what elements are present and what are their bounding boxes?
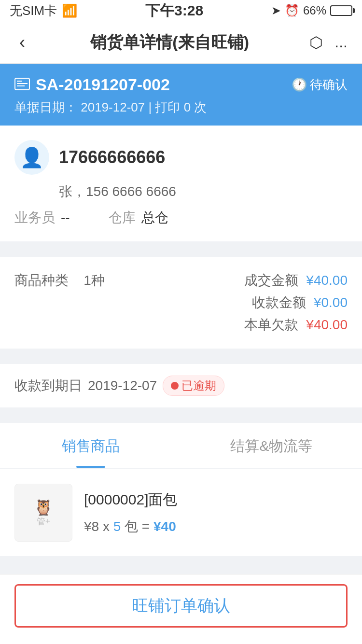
location-icon: ➤ [271,4,281,17]
status-text: 待确认 [310,76,348,93]
product-logo-icon: 🦉 管+ [34,500,53,526]
product-type-label: 商品种类 [14,273,69,288]
equals-sign: = [142,519,153,534]
divider-2 [0,356,362,364]
product-type-row: 商品种类 1种 [14,271,105,290]
collected-value: ¥0.00 [314,295,348,310]
unit-price: ¥8 [84,519,99,534]
nav-bar: ‹ 销货单详情(来自旺铺) ⬡ ... [0,21,362,64]
svg-rect-1 [17,81,22,82]
battery-icon [330,5,352,16]
page-title: 销货单详情(来自旺铺) [90,31,249,54]
tab-products[interactable]: 销售商品 [0,423,181,468]
order-status-badge: 🕐 待确认 [292,76,348,93]
deal-amount-value: ¥40.00 [306,273,348,288]
product-thumbnail: 🦉 管+ [14,484,72,542]
svg-rect-3 [17,85,25,86]
customer-name: 张，156 6666 6666 [14,182,348,201]
product-name: [0000002]面包 [84,490,348,510]
tabs-section: 销售商品 结算&物流等 [0,423,362,468]
product-list: 🦉 管+ [0000002]面包 ¥8 x 5 包 = ¥40 [0,469,362,556]
deal-amount-row: 成交金额 ¥40.00 [244,271,348,290]
divider-3 [0,415,362,423]
multiply-sign: x [103,519,113,534]
due-date-section: 收款到期日 2019-12-07 已逾期 [0,364,362,407]
product-item: 🦉 管+ [0000002]面包 ¥8 x 5 包 = ¥40 [14,484,348,542]
time-display: 下午3:28 [145,1,203,21]
svg-rect-2 [17,83,28,84]
product-details: [0000002]面包 ¥8 x 5 包 = ¥40 [84,490,348,536]
collected-label: 收款金额 [252,294,306,312]
divider-1 [0,249,362,257]
status-right: ➤ ⏰ 66% [271,4,352,17]
total-price: ¥40 [153,519,176,534]
confirm-order-button[interactable]: 旺铺订单确认 [14,584,348,628]
nav-actions: ⬡ ... [309,33,348,52]
customer-phone: 17666666666 [59,147,165,168]
order-icon [14,75,30,94]
battery-percent: 66% [303,4,326,17]
status-bar: 无SIM卡 📶 下午3:28 ➤ ⏰ 66% [0,0,362,21]
product-price-row: ¥8 x 5 包 = ¥40 [84,518,348,536]
quantity: 5 [113,519,121,534]
unit: 包 [125,519,138,534]
avatar: 👤 [14,140,49,175]
order-id: SA-20191207-002 [14,75,170,94]
sales-meta: 业务员 -- [14,209,70,227]
product-type-value: 1种 [84,273,105,288]
more-button[interactable]: ... [334,33,348,51]
order-date-line: 单据日期： 2019-12-07 | 打印 0 次 [14,99,348,116]
alarm-icon: ⏰ [285,4,299,17]
status-left: 无SIM卡 📶 [10,2,77,19]
carrier-text: 无SIM卡 [10,2,57,19]
owed-row: 本单欠款 ¥40.00 [244,316,348,334]
overdue-badge: 已逾期 [163,376,224,396]
owed-value: ¥40.00 [306,317,348,333]
back-button[interactable]: ‹ [14,28,30,57]
due-date-label: 收款到期日 [14,377,82,395]
overdue-dot-icon [171,382,179,390]
avatar-icon: 👤 [20,146,44,169]
share-button[interactable]: ⬡ [309,33,323,52]
sales-label: 业务员 [14,209,55,227]
owed-label: 本单欠款 [244,316,298,334]
warehouse-meta: 仓库 总仓 [109,209,168,227]
tab-settlement[interactable]: 结算&物流等 [181,423,362,468]
collected-row: 收款金额 ¥0.00 [252,294,348,312]
deal-amount-label: 成交金额 [244,271,298,290]
order-header-card: SA-20191207-002 🕐 待确认 单据日期： 2019-12-07 |… [0,64,362,126]
due-date-value: 2019-12-07 [88,378,157,393]
status-clock-icon: 🕐 [292,77,307,92]
summary-section: 商品种类 1种 成交金额 ¥40.00 收款金额 ¥0.00 本单欠款 ¥40.… [0,257,362,349]
warehouse-value: 总仓 [141,209,168,227]
warehouse-label: 仓库 [109,209,136,227]
overdue-text: 已逾期 [181,378,216,393]
bottom-bar: 旺铺订单确认 [0,574,362,644]
wifi-icon: 📶 [62,3,77,18]
sales-value: -- [61,210,70,225]
customer-section: 👤 17666666666 张，156 6666 6666 业务员 -- 仓库 … [0,126,362,241]
